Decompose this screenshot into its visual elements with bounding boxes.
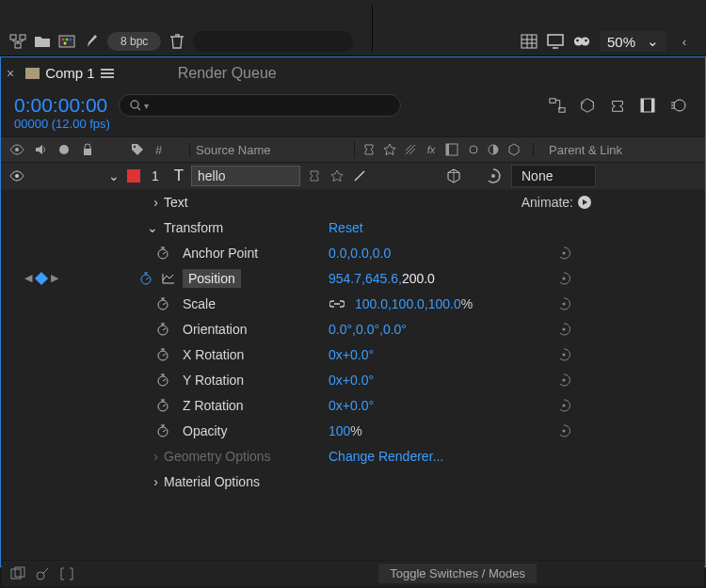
prop-scale: Scale 100.0,100.0,100.0% <box>1 291 705 316</box>
tab-label: Comp 1 <box>45 65 95 81</box>
trash-icon[interactable] <box>168 33 185 50</box>
xrot-value[interactable]: 0x+0.0° <box>329 347 536 362</box>
animate-button[interactable]: Animate: <box>521 195 592 210</box>
pickwhip-icon[interactable] <box>555 295 572 312</box>
eye-icon[interactable] <box>8 141 25 158</box>
pickwhip-icon[interactable] <box>555 245 572 262</box>
flowchart-icon[interactable] <box>9 33 26 50</box>
stopwatch-icon[interactable] <box>154 346 171 363</box>
collapse-switch[interactable] <box>329 167 345 184</box>
position-value[interactable]: 954.7,645.6,200.0 <box>329 271 536 286</box>
stopwatch-icon[interactable] <box>154 372 171 389</box>
panel-menu-icon[interactable] <box>101 69 114 78</box>
brackets-icon[interactable] <box>58 565 75 582</box>
speaker-icon[interactable] <box>32 141 49 158</box>
svg-rect-9 <box>548 35 563 45</box>
solo-icon[interactable] <box>56 141 72 158</box>
stopwatch-icon[interactable] <box>154 397 171 414</box>
stopwatch-icon[interactable] <box>154 245 171 262</box>
chevron-left-icon[interactable]: ‹ <box>676 33 693 50</box>
frameblend-col-icon <box>443 141 460 158</box>
bit-depth[interactable]: 8 bpc <box>107 32 161 51</box>
change-renderer-link[interactable]: Change Renderer... <box>329 449 536 464</box>
layer-eye-icon[interactable] <box>8 167 25 184</box>
label-icon[interactable] <box>129 141 146 158</box>
pickwhip-icon[interactable] <box>485 167 502 184</box>
orientation-value[interactable]: 0.0°,0.0°,0.0° <box>329 322 536 337</box>
col-index[interactable]: # <box>152 143 189 157</box>
prop-z-rotation: Z Rotation 0x+0.0° <box>1 392 705 418</box>
lock-icon[interactable] <box>79 141 96 158</box>
3d-switch[interactable] <box>445 167 462 184</box>
pickwhip-icon[interactable] <box>555 270 572 287</box>
pickwhip-icon[interactable] <box>555 346 572 363</box>
anchor-value[interactable]: 0.0,0.0,0.0 <box>329 246 536 261</box>
tab-comp[interactable]: Comp 1 <box>18 61 121 85</box>
opacity-value[interactable]: 100% <box>329 423 536 438</box>
shy-icon[interactable] <box>609 97 626 114</box>
folder-icon[interactable] <box>34 33 51 50</box>
quality-col-icon <box>402 141 419 158</box>
zoom-dropdown[interactable]: 50% ⌄ <box>600 31 666 52</box>
stopwatch-icon[interactable] <box>154 422 171 439</box>
reset-link[interactable]: Reset <box>329 220 536 235</box>
svg-rect-23 <box>84 149 91 155</box>
svg-point-12 <box>576 40 579 42</box>
draft3d-icon[interactable] <box>579 97 596 114</box>
layer-name[interactable]: hello <box>191 166 300 186</box>
scale-value[interactable]: 100.0,100.0,100.0% <box>329 295 536 312</box>
search-input[interactable]: ▾ <box>119 94 401 117</box>
svg-point-41 <box>563 353 566 356</box>
quality-switch[interactable] <box>351 167 368 184</box>
pickwhip-icon[interactable] <box>555 397 572 414</box>
group-material[interactable]: › Material Options <box>1 469 705 494</box>
next-keyframe-icon[interactable]: ▶ <box>51 272 58 284</box>
tab-render-queue[interactable]: Render Queue <box>178 65 277 82</box>
layer-row[interactable]: ⌄ 1 T hello None <box>1 163 705 189</box>
graph-icon[interactable] <box>160 270 177 287</box>
prop-x-rotation: X Rotation 0x+0.0° <box>1 342 705 367</box>
monitor-icon[interactable] <box>547 33 564 50</box>
frame-info[interactable]: 00000 (12.00 fps) <box>14 117 705 131</box>
twirl-down-icon[interactable]: ⌄ <box>108 168 120 183</box>
comp-flowchart-icon[interactable] <box>549 97 566 114</box>
parent-dropdown[interactable]: None <box>511 165 596 187</box>
close-tab-button[interactable]: × <box>7 66 18 81</box>
group-text[interactable]: › Text Animate: <box>1 189 705 215</box>
shy-switch[interactable] <box>306 167 323 184</box>
grid-icon[interactable] <box>521 33 538 50</box>
svg-point-6 <box>70 39 72 41</box>
svg-point-45 <box>563 404 566 406</box>
mask-icon[interactable] <box>573 33 590 50</box>
palette-icon[interactable] <box>58 33 75 50</box>
keyframe-navigator[interactable]: ◀ ▶ <box>24 272 58 284</box>
stopwatch-active-icon[interactable] <box>137 270 154 287</box>
pickwhip-icon[interactable] <box>555 372 572 389</box>
svg-point-47 <box>563 429 566 432</box>
frame-blend-icon[interactable] <box>639 97 656 114</box>
play-circle-icon <box>577 195 592 210</box>
pickwhip-icon[interactable] <box>555 321 572 338</box>
svg-point-27 <box>470 146 477 153</box>
column-headers: # Source Name fx Parent & Link <box>1 136 705 163</box>
yrot-value[interactable]: 0x+0.0° <box>329 373 536 388</box>
layer-color[interactable] <box>127 169 140 183</box>
col-source[interactable]: Source Name <box>189 143 354 157</box>
motion-blur-icon[interactable] <box>669 97 686 114</box>
keyframe-icon[interactable] <box>34 271 47 284</box>
stopwatch-icon[interactable] <box>154 295 171 312</box>
group-geometry[interactable]: › Geometry Options Change Renderer... <box>1 443 705 469</box>
toggle-switches-button[interactable]: Toggle Switches / Modes <box>378 564 537 583</box>
brush-icon[interactable] <box>83 33 100 50</box>
timecode[interactable]: 0:00:00:00 <box>14 94 107 117</box>
stopwatch-icon[interactable] <box>154 321 171 338</box>
shy-toggle-icon[interactable] <box>34 565 51 582</box>
zrot-value[interactable]: 0x+0.0° <box>329 398 536 413</box>
frame-render-icon[interactable] <box>9 565 26 582</box>
col-parent[interactable]: Parent & Link <box>533 143 705 157</box>
constrain-icon[interactable] <box>329 295 345 312</box>
group-transform[interactable]: ⌄ Transform Reset <box>1 215 705 240</box>
pickwhip-icon[interactable] <box>555 422 572 439</box>
prev-keyframe-icon[interactable]: ◀ <box>24 272 32 284</box>
chevron-right-icon: › <box>153 195 158 210</box>
